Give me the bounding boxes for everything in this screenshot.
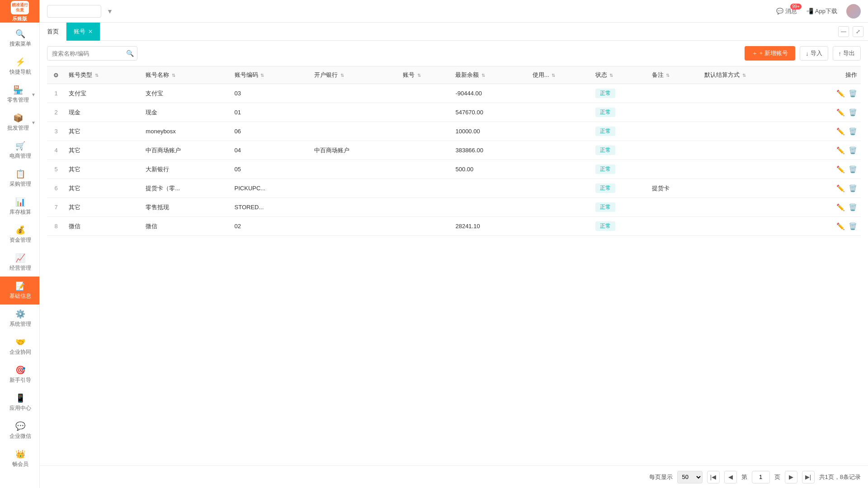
page-prev-btn[interactable]: ◀ bbox=[724, 471, 737, 483]
sidebar-item-member[interactable]: 👑 畅会员 bbox=[0, 445, 39, 473]
edit-icon[interactable]: ✏️ bbox=[836, 165, 845, 174]
delete-icon[interactable]: 🗑️ bbox=[849, 165, 857, 174]
sidebar-item-guide[interactable]: 🎯 新手引导 bbox=[0, 361, 39, 389]
accounts-table: ⚙ 账号类型 ⇅ 账号名称 ⇅ 账号编码 ⇅ bbox=[47, 66, 861, 236]
cell-remark: 提货卡 bbox=[648, 179, 701, 198]
sidebar-item-search[interactable]: 🔍 搜索菜单 bbox=[0, 24, 39, 52]
th-type[interactable]: 账号类型 ⇅ bbox=[65, 66, 142, 84]
export-icon: ↑ bbox=[839, 50, 842, 57]
th-settlement[interactable]: 默认结算方式 ⇅ bbox=[701, 66, 802, 84]
cell-index: 3 bbox=[47, 122, 65, 141]
edit-icon[interactable]: ✏️ bbox=[836, 127, 845, 136]
th-usage[interactable]: 使用... ⇅ bbox=[529, 66, 592, 84]
tab-account[interactable]: 账号 ✕ bbox=[66, 23, 100, 41]
message-btn[interactable]: 💬 消息 99+ bbox=[776, 7, 797, 15]
cell-type: 支付宝 bbox=[65, 84, 142, 103]
page-first-btn[interactable]: |◀ bbox=[707, 471, 720, 483]
header-dropdown-icon[interactable]: ▼ bbox=[107, 8, 113, 15]
delete-icon[interactable]: 🗑️ bbox=[849, 184, 857, 192]
th-status[interactable]: 状态 ⇅ bbox=[592, 66, 648, 84]
delete-icon[interactable]: 🗑️ bbox=[849, 203, 857, 211]
export-btn[interactable]: ↑ 导出 bbox=[833, 46, 861, 61]
tab-maximize-btn[interactable]: ⤢ bbox=[853, 26, 863, 37]
toolbar-right: ＋ + 新增账号 ↓ 导入 ↑ 导出 bbox=[745, 46, 861, 61]
edit-icon[interactable]: ✏️ bbox=[836, 89, 845, 98]
app-download-btn[interactable]: 📲 App下载 bbox=[806, 7, 837, 15]
sidebar-item-inventory[interactable]: 📊 库存核算 bbox=[0, 192, 39, 221]
tab-close-icon[interactable]: ✕ bbox=[88, 28, 93, 35]
sidebar-item-cooperation[interactable]: 🤝 企业协同 bbox=[0, 333, 39, 361]
settings-icon[interactable]: ⚙ bbox=[53, 72, 59, 79]
th-balance[interactable]: 最新余额 ⇅ bbox=[452, 66, 528, 84]
th-settlement-label: 默认结算方式 bbox=[704, 71, 740, 78]
delete-icon[interactable]: 🗑️ bbox=[849, 146, 857, 155]
cell-status: 正常 bbox=[592, 84, 648, 103]
th-code[interactable]: 账号编码 ⇅ bbox=[231, 66, 311, 84]
search-btn[interactable]: 🔍 bbox=[126, 50, 134, 57]
avatar[interactable] bbox=[846, 4, 861, 19]
sidebar-item-operation[interactable]: 📈 经营管理 bbox=[0, 249, 39, 277]
sidebar-item-apps[interactable]: 📱 应用中心 bbox=[0, 389, 39, 417]
th-remark[interactable]: 备注 ⇅ bbox=[648, 66, 701, 84]
system-icon: ⚙️ bbox=[15, 309, 25, 319]
th-name[interactable]: 账号名称 ⇅ bbox=[142, 66, 231, 84]
purchase-icon: 📋 bbox=[15, 169, 25, 179]
th-account[interactable]: 账号 ⇅ bbox=[399, 66, 452, 84]
edit-icon[interactable]: ✏️ bbox=[836, 146, 845, 155]
pagination: 每页显示 50 10 20 100 |◀ ◀ 第 页 ▶ ▶| 共1页，8条记录 bbox=[40, 465, 868, 488]
add-icon: ＋ bbox=[752, 49, 758, 57]
delete-icon[interactable]: 🗑️ bbox=[849, 108, 857, 117]
page-total: 共1页，8条记录 bbox=[819, 473, 861, 481]
sidebar-item-system[interactable]: ⚙️ 系统管理 bbox=[0, 305, 39, 333]
cell-action: ✏️ 🗑️ bbox=[802, 103, 861, 122]
cell-code: 06 bbox=[231, 122, 311, 141]
header-search-input[interactable] bbox=[47, 5, 101, 18]
sidebar-item-wholesale[interactable]: 📦 批发管理 ▼ bbox=[0, 108, 39, 136]
sidebar-item-shortcut[interactable]: ⚡ 快捷导航 bbox=[0, 52, 39, 80]
th-bank[interactable]: 开户银行 ⇅ bbox=[311, 66, 399, 84]
delete-icon[interactable]: 🗑️ bbox=[849, 222, 857, 230]
status-badge: 正常 bbox=[595, 145, 615, 155]
sidebar-item-purchase[interactable]: 📋 采购管理 bbox=[0, 164, 39, 192]
sidebar-item-basic[interactable]: 📝 基础信息 bbox=[0, 277, 39, 305]
edit-icon[interactable]: ✏️ bbox=[836, 108, 845, 117]
delete-icon[interactable]: 🗑️ bbox=[849, 89, 857, 98]
import-btn[interactable]: ↓ 导入 bbox=[800, 46, 828, 61]
edit-icon[interactable]: ✏️ bbox=[836, 184, 845, 192]
page-input[interactable] bbox=[752, 471, 770, 483]
add-account-btn[interactable]: ＋ + 新增账号 bbox=[745, 46, 795, 61]
page-size-select[interactable]: 50 10 20 100 bbox=[677, 471, 703, 483]
cell-settlement bbox=[701, 217, 802, 236]
cell-status: 正常 bbox=[592, 198, 648, 217]
wholesale-arrow-icon: ▼ bbox=[31, 120, 36, 125]
cell-account bbox=[399, 103, 452, 122]
header: ▼ 💬 消息 99+ 📲 App下载 bbox=[40, 0, 868, 23]
cell-account bbox=[399, 217, 452, 236]
sort-icon-usage: ⇅ bbox=[552, 73, 555, 78]
ecommerce-icon: 🛒 bbox=[15, 141, 25, 151]
cell-balance bbox=[452, 179, 528, 198]
edit-icon[interactable]: ✏️ bbox=[836, 222, 845, 230]
sidebar-item-ecommerce[interactable]: 🛒 电商管理 bbox=[0, 136, 39, 164]
cell-usage bbox=[529, 103, 592, 122]
cell-usage bbox=[529, 141, 592, 160]
page-next-btn[interactable]: ▶ bbox=[785, 471, 797, 483]
search-icon: 🔍 bbox=[15, 29, 25, 39]
delete-icon[interactable]: 🗑️ bbox=[849, 127, 857, 136]
cell-name: 大新银行 bbox=[142, 160, 231, 179]
sidebar-item-label: 零售管理 bbox=[7, 96, 29, 104]
tab-home[interactable]: 首页 bbox=[40, 23, 66, 41]
header-right: 💬 消息 99+ 📲 App下载 bbox=[776, 4, 861, 19]
sidebar-item-wechat[interactable]: 💬 企业微信 bbox=[0, 417, 39, 445]
cell-balance: 28241.10 bbox=[452, 217, 528, 236]
table-row: 4 其它 中百商场账户 04 中百商场账户 383866.00 正常 ✏️ 🗑️ bbox=[47, 141, 861, 160]
tabbar: 首页 账号 ✕ — ⤢ bbox=[40, 23, 868, 41]
edit-icon[interactable]: ✏️ bbox=[836, 203, 845, 211]
search-input[interactable] bbox=[47, 46, 137, 61]
cell-account bbox=[399, 160, 452, 179]
page-last-btn[interactable]: ▶| bbox=[802, 471, 815, 483]
sidebar-item-retail[interactable]: 🏪 零售管理 ▼ bbox=[0, 80, 39, 108]
sidebar-item-finance[interactable]: 💰 资金管理 bbox=[0, 221, 39, 249]
sort-icon-bank: ⇅ bbox=[340, 73, 344, 78]
tab-minimize-btn[interactable]: — bbox=[838, 26, 849, 37]
